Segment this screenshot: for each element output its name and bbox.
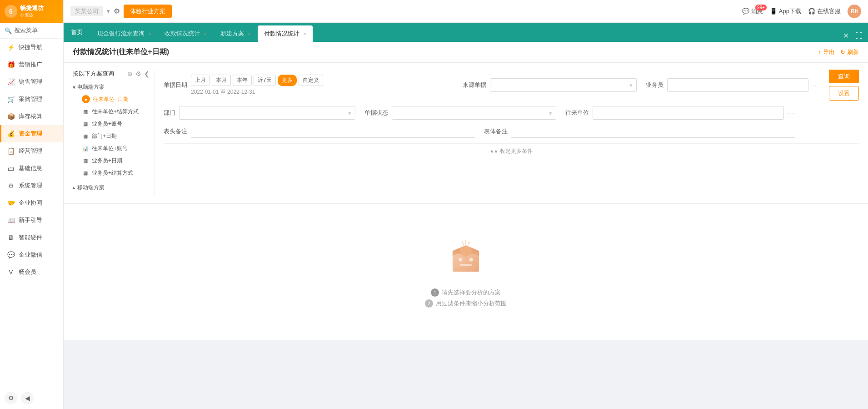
scheme-sidebar-header: 按以下方案查询 ⊕ ⚙ ❮	[73, 70, 150, 78]
sidebar-item-label: 销售管理	[19, 78, 42, 86]
operation-icon: 📋	[7, 147, 15, 155]
counterpart-field: 往来单位 ···	[565, 106, 795, 120]
sidebar-item-finance[interactable]: 💰 资金管理	[0, 125, 63, 142]
tab-new-scheme[interactable]: 新建方案 ×	[214, 25, 257, 42]
header-note-input[interactable]	[191, 125, 475, 138]
counterpart-more-btn[interactable]: ···	[788, 110, 795, 116]
sidebar-item-operation[interactable]: 📋 经营管理	[0, 142, 63, 160]
wechat-icon: 💬	[7, 251, 15, 259]
collapse-sidebar-btn[interactable]: ◀	[21, 392, 34, 404]
staff-more-btn[interactable]: ···	[812, 82, 820, 89]
user-avatar[interactable]: Rit	[848, 5, 861, 18]
last-7-btn[interactable]: 近7天	[254, 75, 276, 86]
query-btn[interactable]: 查询	[829, 70, 859, 83]
date-range-display: 2022-01-01 至 2022-12-31	[191, 88, 323, 96]
body-note-input[interactable]	[511, 125, 795, 138]
online-service-btn[interactable]: 🎧 在线客服	[808, 7, 841, 15]
tab-bank[interactable]: 现金银行流水查询 ×	[91, 25, 157, 42]
close-all-tabs-btn[interactable]: ✕	[841, 30, 851, 42]
more-btn[interactable]: 更多	[278, 75, 297, 86]
tab-payment[interactable]: 付款情况统计 ×	[258, 25, 312, 42]
sidebar-item-purchase[interactable]: 🛒 采购管理	[0, 91, 63, 108]
topbar: 某某公司 ▾ ⚙ 体验行业方案 💬 消息 99+ 📱 App下载 🎧 在线客服 …	[64, 0, 868, 23]
sidebar-item-label: 资金管理	[19, 130, 42, 138]
this-month-btn[interactable]: 本月	[212, 75, 231, 86]
scheme-item-s5[interactable]: 📊 往来单位+账号	[73, 142, 150, 155]
this-year-btn[interactable]: 本年	[233, 75, 252, 86]
sidebar-item-marketing[interactable]: 🎁 营销推广	[0, 56, 63, 73]
export-btn[interactable]: ↑ 导出	[818, 48, 835, 56]
refresh-icon: ↻	[840, 49, 845, 56]
message-btn[interactable]: 💬 消息 99+	[742, 7, 763, 15]
desktop-group-header[interactable]: ▾ 电脑端方案	[73, 81, 150, 93]
add-scheme-btn[interactable]: ⊕	[127, 70, 133, 77]
scheme-grid-icon: ▦	[82, 133, 89, 140]
refresh-btn[interactable]: ↻ 刷新	[840, 48, 859, 56]
sidebar-item-wechat[interactable]: 💬 企业微信	[0, 246, 63, 263]
logo-text-block: 畅捷通坊 标准版	[20, 5, 44, 18]
custom-btn[interactable]: 自定义	[299, 75, 323, 86]
trial-btn[interactable]: 体验行业方案	[124, 5, 172, 18]
sidebar-item-label: 基础信息	[19, 164, 42, 172]
sidebar-item-label: 畅会员	[19, 268, 36, 276]
last-month-btn[interactable]: 上月	[191, 75, 210, 86]
sidebar-item-member[interactable]: V 畅会员	[0, 263, 63, 281]
tab-receivable[interactable]: 收款情况统计 ×	[158, 25, 213, 42]
export-label: 导出	[823, 48, 835, 56]
sidebar-item-system[interactable]: ⚙ 系统管理	[0, 177, 63, 194]
filter-scheme-sidebar: 按以下方案查询 ⊕ ⚙ ❮ ▾ 电脑端方案	[73, 70, 155, 196]
company-dropdown-icon[interactable]: ▾	[107, 8, 110, 15]
sidebar-item-guide[interactable]: 📖 新手引导	[0, 212, 63, 229]
dept-select[interactable]: ▾	[179, 106, 355, 120]
sidebar-item-hardware[interactable]: 🖥 智能硬件	[0, 229, 63, 246]
scheme-item-s1[interactable]: ● 往来单位+日期	[73, 93, 150, 106]
refresh-label: 刷新	[847, 48, 859, 56]
enterprise-icon: 🤝	[7, 199, 15, 207]
source-select[interactable]: ▾	[490, 78, 637, 92]
sidebar-item-quick-nav[interactable]: ⚡ 快捷导航	[0, 39, 63, 56]
voucher-status-select[interactable]: ▾	[392, 106, 556, 120]
mobile-expand-icon: ▸	[73, 185, 75, 191]
date-buttons: 上月 本月 本年 近7天 更多 自定义	[191, 75, 323, 86]
scheme-item-s3[interactable]: ▦ 业务员+账号	[73, 118, 150, 130]
finance-icon: 💰	[7, 130, 15, 138]
tab-bank-label: 现金银行流水查询	[97, 30, 145, 38]
collapse-scheme-btn[interactable]: ❮	[144, 70, 150, 77]
scheme-sidebar-label: 按以下方案查询	[73, 70, 114, 78]
scheme-item-s2[interactable]: ▦ 往来单位+结算方式	[73, 106, 150, 118]
settings-btn[interactable]: 设置	[829, 86, 859, 101]
sidebar-item-label: 库存核算	[19, 112, 42, 121]
search-menu[interactable]: 🔍 搜索菜单	[0, 23, 63, 39]
scheme-item-s6[interactable]: ▦ 业务员+日期	[73, 155, 150, 167]
settings-footer-btn[interactable]: ⚙	[5, 392, 17, 404]
mobile-group-header[interactable]: ▸ 移动端方案	[73, 182, 150, 193]
scheme-item-s7[interactable]: ▦ 业务员+结算方式	[73, 167, 150, 179]
logo-sub: 标准版	[20, 12, 44, 18]
sidebar-header: 6 畅捷通坊 标准版	[0, 0, 63, 23]
gear-icon[interactable]: ⚙	[114, 7, 120, 15]
tab-bank-close[interactable]: ×	[148, 31, 151, 36]
marketing-icon: 🎁	[7, 61, 15, 69]
sidebar-nav: ⚡ 快捷导航 🎁 营销推广 📈 销售管理 🛒 采购管理 📦 库存核算 💰 资金管…	[0, 39, 63, 387]
scheme-item-label: 往来单位+结算方式	[92, 108, 139, 116]
svg-line-9	[468, 242, 469, 245]
collapse-filter-btn[interactable]: ∧∧ 收起更多条件	[164, 143, 859, 159]
service-icon: 🎧	[808, 8, 815, 15]
fullscreen-btn[interactable]: ⛶	[853, 30, 864, 42]
sidebar-item-enterprise[interactable]: 🤝 企业协同	[0, 194, 63, 212]
settings-scheme-btn[interactable]: ⚙	[135, 70, 141, 77]
sidebar-item-label: 系统管理	[19, 182, 42, 190]
counterpart-select[interactable]	[593, 106, 784, 120]
tab-receivable-close[interactable]: ×	[204, 31, 206, 36]
scheme-item-s4[interactable]: ▦ 部门+日期	[73, 130, 150, 142]
sidebar-item-basic[interactable]: 🗃 基础信息	[0, 160, 63, 177]
app-download-btn[interactable]: 📱 App下载	[770, 7, 801, 15]
tab-home[interactable]: 首页	[64, 23, 90, 42]
dept-field: 部门 ▾	[164, 106, 355, 120]
sidebar-item-sales[interactable]: 📈 销售管理	[0, 73, 63, 91]
staff-select[interactable]	[667, 78, 808, 92]
sidebar-item-inventory[interactable]: 📦 库存核算	[0, 108, 63, 125]
tab-new-scheme-close[interactable]: ×	[248, 31, 250, 36]
tab-payment-close[interactable]: ×	[303, 31, 306, 36]
sidebar-item-label: 快捷导航	[19, 43, 42, 51]
